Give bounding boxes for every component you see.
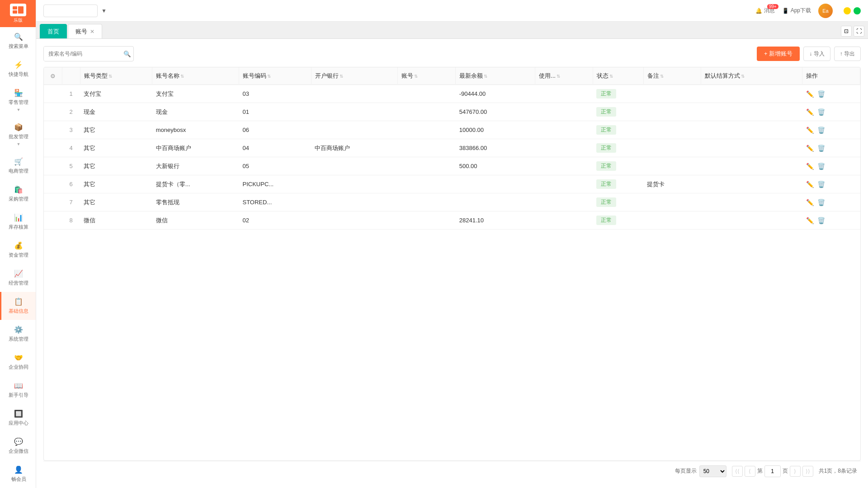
- col-name-header[interactable]: 账号名称⇅: [152, 67, 239, 85]
- row-type: 其它: [80, 175, 152, 193]
- sidebar-item-ecommerce[interactable]: 🛒 电商管理: [0, 152, 36, 180]
- appstore-icon: 🔲: [14, 409, 23, 418]
- col-remark-header[interactable]: 备注⇅: [643, 67, 701, 85]
- maximize-button[interactable]: [854, 7, 861, 14]
- delete-button[interactable]: 🗑️: [817, 199, 825, 206]
- main-content: ▼ 🔔 消息 99+ 📱 App下载 Ea 首页 账号: [36, 0, 868, 488]
- header-dropdown[interactable]: ▼: [101, 8, 107, 14]
- row-action: ✏️ 🗑️: [802, 103, 860, 121]
- tab-home[interactable]: 首页: [40, 24, 67, 38]
- delete-button[interactable]: 🗑️: [817, 217, 825, 224]
- sidebar-item-finance[interactable]: 💰 资金管理: [0, 236, 36, 264]
- sidebar-item-wholesale[interactable]: 📦 批发管理 ▼: [0, 117, 36, 152]
- row-type: 微信: [80, 211, 152, 230]
- search-input[interactable]: [44, 47, 121, 61]
- last-page-button[interactable]: ⟩⟩: [802, 466, 813, 477]
- col-code-header[interactable]: 账号编码⇅: [239, 67, 311, 85]
- col-account-header[interactable]: 账号⇅: [398, 67, 456, 85]
- edit-button[interactable]: ✏️: [806, 145, 814, 152]
- tab-close-button[interactable]: ✕: [90, 29, 94, 34]
- tab-fullscreen-button[interactable]: ⛶: [854, 26, 864, 37]
- sidebar-item-wechat[interactable]: 💬 企业微信: [0, 432, 36, 460]
- row-account: [398, 121, 456, 139]
- edit-button[interactable]: ✏️: [806, 217, 814, 224]
- table-body: 1 支付宝 支付宝 03 -90444.00 正常 ✏️ 🗑️ 2 现金 现金 …: [44, 85, 860, 230]
- delete-button[interactable]: 🗑️: [817, 90, 825, 98]
- search-button[interactable]: 🔍: [121, 47, 133, 61]
- edit-button[interactable]: ✏️: [806, 181, 814, 188]
- sort-balance-icon: ⇅: [484, 74, 487, 79]
- sidebar-item-member[interactable]: 👤 畅会员: [0, 460, 36, 488]
- page-size-selector: 每页显示 50 20 100: [675, 465, 726, 477]
- col-type-header[interactable]: 账号类型⇅: [80, 67, 152, 85]
- col-settings[interactable]: ⚙: [44, 67, 62, 85]
- app-logo[interactable]: 乐版: [0, 0, 36, 27]
- next-page-button[interactable]: ⟩: [790, 466, 801, 477]
- page-input[interactable]: [764, 465, 781, 477]
- edit-button[interactable]: ✏️: [806, 90, 814, 98]
- sidebar-item-shortcut[interactable]: ⚡ 快捷导航: [0, 55, 36, 83]
- row-settlement: [701, 157, 802, 175]
- row-remark: [643, 121, 701, 139]
- sidebar-item-basic[interactable]: 📋 基础信息: [0, 292, 36, 320]
- import-button[interactable]: ↓ 导入: [803, 47, 830, 61]
- sidebar-item-enterprise[interactable]: 🤝 企业协同: [0, 348, 36, 376]
- sort-remark-icon: ⇅: [660, 74, 664, 79]
- row-num: 5: [62, 157, 80, 175]
- page-size-select[interactable]: 50 20 100: [699, 465, 726, 477]
- sidebar-item-retail[interactable]: 🏪 零售管理 ▼: [0, 83, 36, 117]
- add-account-label: + 新增账号: [764, 50, 793, 58]
- row-bank: [311, 193, 398, 211]
- sidebar-item-system[interactable]: ⚙️ 系统管理: [0, 320, 36, 348]
- prev-page-button[interactable]: ⟨: [745, 466, 755, 477]
- sidebar-item-inventory[interactable]: 📊 库存核算: [0, 208, 36, 236]
- first-page-button[interactable]: ⟨⟨: [732, 466, 743, 477]
- row-usage: [535, 157, 593, 175]
- edit-button[interactable]: ✏️: [806, 127, 814, 134]
- sidebar-item-operations[interactable]: 📈 经营管理: [0, 264, 36, 292]
- edit-button[interactable]: ✏️: [806, 163, 814, 170]
- sidebar-item-guide[interactable]: 📖 新手引导: [0, 376, 36, 404]
- row-remark: [643, 157, 701, 175]
- row-name: 支付宝: [152, 85, 239, 103]
- sidebar-item-appstore[interactable]: 🔲 应用中心: [0, 404, 36, 432]
- tab-restore-button[interactable]: ⊡: [841, 26, 852, 37]
- add-account-button[interactable]: + 新增账号: [757, 47, 800, 61]
- app-download-button[interactable]: 📱 App下载: [782, 7, 811, 14]
- delete-button[interactable]: 🗑️: [817, 163, 825, 170]
- table-row: 2 现金 现金 01 547670.00 正常 ✏️ 🗑️: [44, 103, 860, 121]
- delete-button[interactable]: 🗑️: [817, 108, 825, 116]
- edit-button[interactable]: ✏️: [806, 199, 814, 206]
- sort-usage-icon: ⇅: [557, 74, 560, 79]
- edit-button[interactable]: ✏️: [806, 108, 814, 116]
- export-button[interactable]: ↑ 导出: [834, 47, 861, 61]
- sidebar-label-enterprise: 企业协同: [9, 364, 28, 371]
- col-settlement-header[interactable]: 默认结算方式⇅: [701, 67, 802, 85]
- col-bank-header[interactable]: 开户银行⇅: [311, 67, 398, 85]
- sidebar-item-purchase[interactable]: 🛍️ 采购管理: [0, 180, 36, 208]
- sidebar-label-purchase: 采购管理: [9, 196, 28, 202]
- message-button[interactable]: 🔔 消息 99+: [755, 7, 775, 14]
- row-balance: 547670.00: [456, 103, 535, 121]
- sidebar-item-search[interactable]: 🔍 搜索菜单: [0, 27, 36, 55]
- header-search-input[interactable]: [43, 5, 98, 17]
- delete-button[interactable]: 🗑️: [817, 181, 825, 188]
- user-avatar[interactable]: Ea: [818, 4, 833, 18]
- table-row: 8 微信 微信 02 28241.10 正常 ✏️ 🗑️: [44, 211, 860, 230]
- col-status-header[interactable]: 状态⇅: [593, 67, 643, 85]
- row-remark: [643, 103, 701, 121]
- delete-button[interactable]: 🗑️: [817, 127, 825, 134]
- row-balance: [456, 193, 535, 211]
- row-usage: [535, 175, 593, 193]
- delete-button[interactable]: 🗑️: [817, 145, 825, 152]
- minimize-button[interactable]: [844, 7, 851, 14]
- col-usage-header[interactable]: 使用...⇅: [535, 67, 593, 85]
- row-settings: [44, 139, 62, 157]
- row-action: ✏️ 🗑️: [802, 85, 860, 103]
- col-balance-header[interactable]: 最新余额⇅: [456, 67, 535, 85]
- row-settlement: [701, 121, 802, 139]
- row-name: 微信: [152, 211, 239, 230]
- sort-code-icon: ⇅: [267, 74, 271, 79]
- tab-account[interactable]: 账号 ✕: [68, 24, 102, 38]
- sort-settlement-icon: ⇅: [741, 74, 745, 79]
